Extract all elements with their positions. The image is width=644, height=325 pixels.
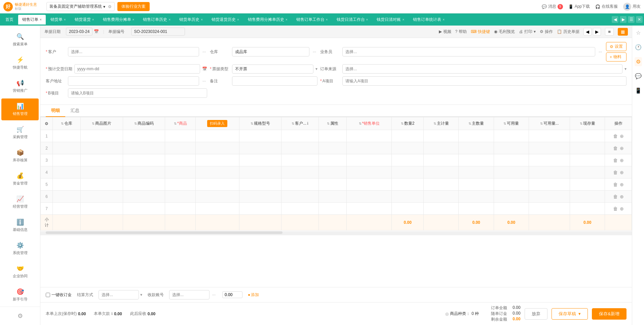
- one-click-collect-checkbox[interactable]: [46, 293, 50, 297]
- tab-close-cash-daily-workbench[interactable]: ×: [366, 18, 368, 22]
- nav-prev-btn[interactable]: ◀: [612, 16, 618, 23]
- copy-icon[interactable]: ⊕: [620, 146, 624, 151]
- table-cell-row7-col3[interactable]: [123, 203, 165, 215]
- table-cell-row2-col14[interactable]: [529, 142, 570, 154]
- customer-more-btn[interactable]: ···: [201, 49, 207, 54]
- sidebar-item-collab[interactable]: 🤝 企业协同: [1, 261, 39, 283]
- table-cell-row4-col7[interactable]: [281, 166, 319, 178]
- tab-fee-history[interactable]: 销售费用分摊单历史 ×: [244, 15, 292, 25]
- table-cell-row2-col13[interactable]: [494, 142, 529, 154]
- table-cell-row2-col6[interactable]: [239, 142, 281, 154]
- table-cell-row5-col11[interactable]: [424, 178, 459, 191]
- table-cell-row3-col10[interactable]: [392, 154, 424, 166]
- payment-method-dropdown[interactable]: ▾: [140, 292, 142, 297]
- tab-cash-daily-workbench[interactable]: 钱货日清工作台 ×: [333, 15, 372, 25]
- table-cell-row6-col9[interactable]: [347, 191, 392, 203]
- table-cell-row4-col4[interactable]: [165, 166, 196, 178]
- table-cell-row4-col1[interactable]: [53, 166, 81, 178]
- tab-close-sales-return[interactable]: ×: [92, 18, 94, 22]
- table-cell-row7-col1[interactable]: [53, 203, 81, 215]
- horizontal-scrollbar[interactable]: [40, 231, 632, 235]
- table-cell-row4-col5[interactable]: [196, 166, 239, 178]
- th-warehouse[interactable]: ⇅仓库: [53, 117, 81, 130]
- table-cell-row4-col2[interactable]: [81, 166, 123, 178]
- table-cell-row4-col11[interactable]: [424, 166, 459, 178]
- table-cell-row5-col2[interactable]: [81, 178, 123, 191]
- tab-close-sales-fee[interactable]: ×: [132, 18, 135, 22]
- table-cell-row2-col9[interactable]: [347, 142, 392, 154]
- th-unit[interactable]: ⇅*销售单位: [347, 117, 392, 130]
- add-item-btn[interactable]: ● 添加: [248, 292, 259, 298]
- table-cell-row7-col12[interactable]: [459, 203, 494, 215]
- table-cell-row7-col7[interactable]: [281, 203, 319, 215]
- table-cell-row5-col6[interactable]: [239, 178, 281, 191]
- delete-icon[interactable]: 🗑: [613, 170, 618, 175]
- nav-close-all-btn[interactable]: ✕: [636, 16, 643, 23]
- tab-order-workbench[interactable]: 销售订单工作台 ×: [292, 15, 332, 25]
- table-cell-row1-col10[interactable]: [392, 130, 424, 142]
- tab-close-order-workbench[interactable]: ×: [326, 18, 328, 22]
- th-attribute[interactable]: ⇅属性: [319, 117, 347, 130]
- tab-sales-order[interactable]: 销售订单 ×: [18, 15, 46, 25]
- scrollbar-track[interactable]: [46, 231, 282, 234]
- remarks-input[interactable]: [232, 76, 317, 86]
- table-cell-row6-col6[interactable]: [239, 191, 281, 203]
- salesperson-input[interactable]: [342, 47, 595, 56]
- table-cell-row4-col13[interactable]: [494, 166, 529, 178]
- order-source-input[interactable]: [342, 64, 622, 74]
- table-cell-row7-col15[interactable]: [570, 203, 605, 215]
- profit-btn[interactable]: ◉ 毛利预览: [494, 29, 515, 35]
- customer-input[interactable]: [68, 47, 199, 56]
- table-cell-row6-col5[interactable]: [196, 191, 239, 203]
- table-cell-row3-col15[interactable]: [570, 154, 605, 166]
- scan-btn[interactable]: 扫码录入: [207, 120, 227, 127]
- table-cell-row5-col1[interactable]: [53, 178, 81, 191]
- table-cell-row6-col7[interactable]: [281, 191, 319, 203]
- table-cell-row5-col13[interactable]: [494, 178, 529, 191]
- table-cell-row1-col7[interactable]: [281, 130, 319, 142]
- abandon-btn[interactable]: 放弃: [525, 308, 547, 320]
- table-cell-row6-col3[interactable]: [123, 191, 165, 203]
- sidebar-item-operation[interactable]: 📈 经营管理: [1, 191, 39, 213]
- user-item[interactable]: 👤 用友: [623, 3, 641, 11]
- tab-sales-stats[interactable]: 销售订单统计表 ×: [409, 15, 449, 25]
- table-cell-row6-col4[interactable]: [165, 191, 196, 203]
- tab-return-history[interactable]: 销货退货历史 ×: [207, 15, 243, 25]
- th-image[interactable]: ⇅商品图片: [81, 117, 123, 130]
- bank-account-more-btn[interactable]: ···: [211, 292, 217, 297]
- table-cell-row1-col8[interactable]: [319, 130, 347, 142]
- sidebar-settings-btn[interactable]: ⚙: [3, 310, 37, 322]
- table-cell-row7-col4[interactable]: [165, 203, 196, 215]
- table-cell-row6-col2[interactable]: [81, 191, 123, 203]
- payment-method-input[interactable]: [99, 290, 139, 299]
- table-cell-row5-col14[interactable]: [529, 178, 570, 191]
- table-cell-row2-col8[interactable]: [319, 142, 347, 154]
- table-cell-row4-col3[interactable]: [123, 166, 165, 178]
- delete-icon[interactable]: 🗑: [613, 158, 618, 163]
- table-cell-row5-col5[interactable]: [196, 178, 239, 191]
- copy-icon[interactable]: ⊕: [620, 170, 624, 175]
- bank-account-input[interactable]: [169, 290, 210, 299]
- table-cell-row4-col8[interactable]: [319, 166, 347, 178]
- table-cell-row7-col13[interactable]: [494, 203, 529, 215]
- table-cell-row3-col8[interactable]: [319, 154, 347, 166]
- notification-item[interactable]: 💬 消息 9: [542, 4, 563, 9]
- th-product[interactable]: ⇅*商品: [165, 117, 196, 130]
- tab-close-cash-reconcile[interactable]: ×: [402, 18, 404, 22]
- table-cell-row1-col4[interactable]: [165, 130, 196, 142]
- table-cell-row5-col12[interactable]: [459, 178, 494, 191]
- tab-cash-reconcile[interactable]: 钱货日清对账 ×: [373, 15, 408, 25]
- table-cell-row2-col4[interactable]: [165, 142, 196, 154]
- table-cell-row7-col5[interactable]: [196, 203, 239, 215]
- copy-icon[interactable]: ⊕: [620, 182, 624, 187]
- table-cell-row1-col9[interactable]: [347, 130, 392, 142]
- copy-icon[interactable]: ⊕: [620, 206, 624, 211]
- table-cell-row5-col10[interactable]: [392, 178, 424, 191]
- table-cell-row6-col11[interactable]: [424, 191, 459, 203]
- delete-icon[interactable]: 🗑: [613, 194, 618, 199]
- table-cell-row1-col12[interactable]: [459, 130, 494, 142]
- invoice-dropdown-icon[interactable]: ▾: [315, 67, 317, 71]
- table-cell-row7-col2[interactable]: [81, 203, 123, 215]
- print-btn[interactable]: 🖨 打印 ▾: [519, 29, 536, 35]
- th-main-qty[interactable]: ⇅主数量: [459, 117, 494, 130]
